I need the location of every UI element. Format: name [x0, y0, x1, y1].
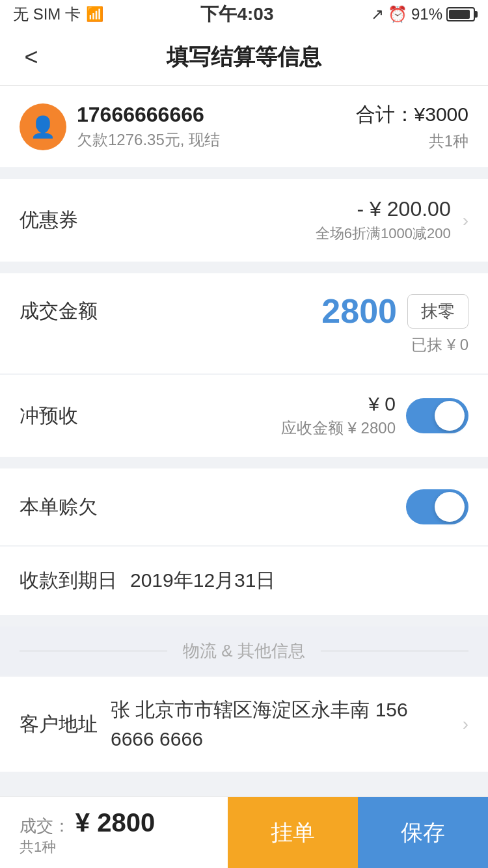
prepay-row: 冲预收 ¥ 0 应收金额 ¥ 2800 [20, 393, 468, 439]
status-left: 无 SIM 卡 📶 [13, 4, 103, 25]
main-content: 👤 17666666666 欠款1276.35元, 现结 合计：¥3000 共1… [0, 86, 488, 868]
coupon-arrow-icon: › [463, 210, 468, 231]
prepay-section: 冲预收 ¥ 0 应收金额 ¥ 2800 [0, 375, 488, 457]
status-bar: 无 SIM 卡 📶 下午4:03 ↗ ⏰ 91% [0, 0, 488, 29]
duedate-row: 收款到期日 2019年12月31日 [20, 567, 468, 594]
bottom-count: 共1种 [20, 837, 208, 857]
address-section[interactable]: 客户地址 张 北京市市辖区海淀区永丰南 156 6666 6666 › [0, 677, 488, 772]
writeoff-toggle[interactable] [406, 489, 468, 524]
status-time: 下午4:03 [200, 2, 273, 27]
separator-3 [0, 457, 488, 467]
user-debt: 欠款1276.35元, 现结 [77, 129, 220, 150]
location-icon: ↗ [371, 5, 384, 23]
duedate-section: 收款到期日 2019年12月31日 [0, 547, 488, 615]
save-button[interactable]: 保存 [358, 797, 488, 869]
separator-4 [0, 615, 488, 625]
transaction-section: 成交金额 2800 抹零 已抹 ¥ 0 [0, 273, 488, 373]
coupon-label: 优惠券 [20, 207, 78, 234]
user-info: 17666666666 欠款1276.35元, 现结 [77, 103, 220, 150]
round-zero-button[interactable]: 抹零 [407, 294, 468, 329]
wifi-icon: 📶 [86, 6, 103, 23]
already-zeroed: 已抹 ¥ 0 [20, 334, 468, 355]
sep-line-right [321, 651, 468, 651]
coupon-amount: - ¥ 200.00 [316, 197, 451, 221]
separator-2 [0, 263, 488, 273]
prepay-due: 应收金额 ¥ 2800 [281, 418, 396, 439]
prepay-amount-wrap: ¥ 0 应收金额 ¥ 2800 [281, 393, 396, 439]
writeoff-label: 本单赊欠 [20, 494, 98, 521]
user-right: 合计：¥3000 共1种 [356, 102, 468, 152]
bottom-trans-label: 成交： [20, 816, 70, 835]
coupon-desc: 全场6折满1000减200 [316, 224, 451, 243]
coupon-section[interactable]: 优惠券 - ¥ 200.00 全场6折满1000减200 › [0, 179, 488, 262]
hold-button[interactable]: 挂单 [228, 797, 358, 869]
user-total: 合计：¥3000 [356, 102, 468, 128]
prepay-right: ¥ 0 应收金额 ¥ 2800 [281, 393, 468, 439]
status-right: ↗ ⏰ 91% [371, 5, 475, 23]
battery-fill [449, 10, 470, 19]
prepay-label: 冲预收 [20, 403, 78, 429]
writeoff-section: 本单赊欠 [0, 468, 488, 545]
avatar-icon: 👤 [30, 115, 56, 139]
prepay-toggle[interactable] [406, 398, 468, 433]
clock-icon: ⏰ [388, 5, 407, 23]
address-value: 张 北京市市辖区海淀区永丰南 156 6666 6666 [111, 695, 456, 753]
sep-line-left [20, 651, 167, 651]
prepay-amount: ¥ 0 [281, 393, 396, 415]
user-count: 共1种 [356, 131, 468, 152]
bottom-trans-row: 成交： ¥ 2800 [20, 808, 208, 837]
bottom-amount: ¥ 2800 [75, 808, 155, 837]
duedate-value: 2019年12月31日 [130, 567, 275, 594]
carrier-label: 无 SIM 卡 [13, 4, 81, 25]
nav-bar: < 填写结算等信息 [0, 29, 488, 86]
bottom-bar: 成交： ¥ 2800 共1种 挂单 保存 [0, 796, 488, 868]
address-label: 客户地址 [20, 711, 98, 738]
transaction-row: 成交金额 2800 抹零 [20, 292, 468, 331]
address-arrow-icon: › [463, 714, 468, 735]
battery-percent: 91% [411, 5, 442, 23]
user-left: 👤 17666666666 欠款1276.35元, 现结 [20, 103, 220, 150]
coupon-right-wrap: - ¥ 200.00 全场6折满1000减200 [316, 197, 451, 243]
separator-1 [0, 169, 488, 179]
page-title: 填写结算等信息 [167, 42, 321, 72]
coupon-right: - ¥ 200.00 全场6折满1000减200 › [316, 197, 468, 243]
back-button[interactable]: < [16, 42, 47, 73]
logistics-separator: 物流 & 其他信息 [0, 627, 488, 675]
avatar: 👤 [20, 103, 66, 150]
user-section: 👤 17666666666 欠款1276.35元, 现结 合计：¥3000 共1… [0, 86, 488, 167]
transaction-amount: 2800 [321, 292, 397, 331]
duedate-label: 收款到期日 [20, 567, 117, 594]
logistics-label: 物流 & 其他信息 [183, 640, 305, 662]
transaction-label: 成交金额 [20, 298, 98, 325]
bottom-summary: 成交： ¥ 2800 共1种 [0, 808, 228, 857]
user-phone: 17666666666 [77, 103, 220, 127]
battery-icon [446, 7, 475, 21]
transaction-right: 2800 抹零 [321, 292, 468, 331]
